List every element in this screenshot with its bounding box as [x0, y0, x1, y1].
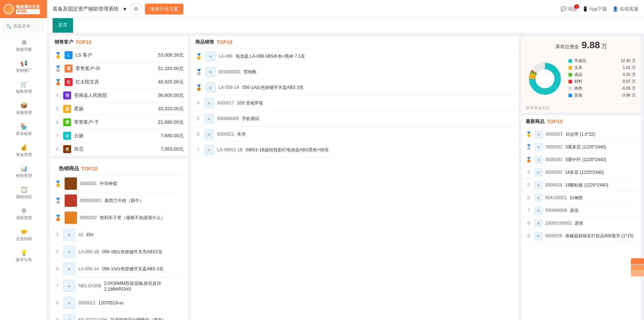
hot-product-code: LA-056-1B: [78, 249, 99, 254]
rank-medal-bronze: 🥉: [54, 79, 62, 86]
customer-list-item: 🥉 红 红太阳文具 40,925.00元: [50, 75, 188, 89]
customer-list-item: 🥇 L LS 客户 53,006.26元: [50, 49, 188, 62]
customer-list: 🥇 L LS 客户 53,006.26元 🥈 零 零售客户-许 51,183.0…: [50, 49, 188, 156]
customer-list-item: 8 肖 肖总 7,563.00元: [50, 143, 188, 156]
customer-list-item: 6 零 零售客户-于 21,680.00元: [50, 116, 188, 129]
service-community-button[interactable]: 服务社区: [631, 264, 644, 270]
sidebar-item-enterprise[interactable]: 🤝 企业协同: [0, 224, 47, 245]
customer-name: 苍南县人民医院: [74, 92, 155, 99]
new-product-item: 8 ▦ 10000100001 原坐: [521, 217, 641, 230]
customer-name: 肖总: [74, 146, 158, 152]
new-product-item: 4 ▦ 0000030 18多层 (1220*2440): [521, 166, 641, 179]
left-column: 销售客户 TOP10 🥇 L LS 客户 53,006.26元 🥈 零 零售客户…: [50, 36, 188, 320]
search-menu-button[interactable]: 🔍 搜索菜单: [3, 21, 44, 32]
hot-product-name: 中华神鹫: [100, 181, 184, 187]
operations-label: 经营管理: [16, 173, 32, 179]
sidebar-item-inventory[interactable]: 🏪 库存核算: [0, 119, 47, 140]
product-name: 10S 变相罗筱: [237, 100, 514, 106]
hot-product-image-placeholder: ▦: [63, 314, 76, 320]
rank-number: 7: [195, 147, 201, 152]
tab-home[interactable]: 首页: [53, 18, 73, 33]
hot-products-card: 热销商品 TOP10 🥇 0000001 中华神鹫 🥈 000500001 新西…: [50, 159, 188, 320]
product-placeholder-icon: ▦: [208, 102, 211, 105]
search-menu-section[interactable]: 🔍 搜索菜单: [0, 18, 47, 35]
new-product-code: 0000030: [545, 170, 562, 175]
sidebar-item-operations[interactable]: 📊 经营管理: [0, 161, 47, 182]
rank-medal-gold: 🥇: [54, 52, 62, 59]
inventory-card: 库存总资金 9.88 万: [521, 36, 641, 112]
rank-number: 4: [54, 232, 60, 237]
placeholder-icon: ▦: [537, 158, 540, 161]
new-product-code: 0000031: [546, 157, 563, 162]
hot-product-code: 0000001: [80, 181, 97, 186]
trial-button[interactable]: 体验行业方案: [145, 4, 183, 15]
sidebar-item-quick-nav[interactable]: ⊞ 快捷导航: [0, 35, 47, 56]
rank-number: 8: [54, 300, 60, 305]
marketing-label: 营销推广: [16, 68, 32, 73]
legend-item: 肉类 -0.05 万: [568, 86, 636, 91]
online-service-button[interactable]: 👤 在线客服: [612, 6, 639, 12]
app-download-button[interactable]: 📱 App下载: [582, 6, 607, 12]
product-name: 手机测试: [242, 116, 514, 122]
product-sales-item: 5 ▦ 000800005 手机测试: [191, 111, 518, 127]
sidebar-item-basics[interactable]: 📋 基础信息: [0, 182, 47, 203]
sidebar-item-marketing[interactable]: 📢 营销推广: [0, 56, 47, 77]
search-menu-label: 搜索菜单: [13, 23, 30, 29]
hot-product-image: [65, 212, 77, 224]
placeholder-icon: ▦: [537, 209, 540, 212]
rank-number: 6: [54, 266, 60, 271]
rank-number: 5: [526, 182, 531, 188]
messages-button[interactable]: 💬 消息 6: [561, 6, 577, 12]
hot-product-image-placeholder: ▦: [63, 246, 76, 258]
hot-product-image-placeholder: ▦: [63, 297, 76, 309]
settings-button[interactable]: ⚙: [131, 4, 141, 14]
product-placeholder-icon: ▦: [208, 133, 211, 136]
system-label: 系统管理: [16, 215, 32, 221]
finance-icon: 💰: [20, 144, 28, 151]
hot-product-code: 0000002: [80, 215, 97, 220]
product-image-placeholder: ▦: [204, 129, 214, 139]
product-placeholder-icon: ▦: [208, 117, 211, 120]
product-sales-list: 🥇 ▦ LA-089 电池盖 LA-089 ABS本色+黑种 7.1克 🥈 ▦ …: [191, 49, 518, 158]
sidebar-item-purchase[interactable]: 📦 采购管理: [0, 98, 47, 119]
sidebar-item-system[interactable]: ⚙ 系统管理: [0, 203, 47, 224]
rank-medal-gold: 🥇: [54, 180, 62, 187]
placeholder-icon: ▦: [68, 301, 71, 305]
hot-product-name: 花语萌俱温分腿睡袋（厚款）: [110, 317, 184, 320]
customer-service-button[interactable]: 客服热线: [631, 258, 644, 264]
customer-amount: 21,680.00元: [158, 119, 184, 126]
legend-value: 12.45 万: [620, 58, 636, 63]
new-product-code: 0000033: [546, 132, 563, 137]
hot-product-image-placeholder: ▦: [63, 280, 76, 292]
customer-name: 云扬: [74, 132, 158, 139]
legend-name: 肉类: [574, 86, 619, 91]
legend-color-swatch: [568, 66, 572, 70]
customer-amount: 51,183.00元: [158, 65, 184, 72]
app-edition: 标准版: [16, 9, 40, 14]
sidebar-item-finance[interactable]: 💰 资金管理: [0, 140, 47, 161]
new-product-image-placeholder: ▦: [534, 181, 542, 189]
rank-number: 8: [54, 147, 60, 152]
customer-badge: 零: [65, 65, 73, 73]
new-product-code: 0000032: [546, 144, 563, 149]
hot-product-code: KK-SD22110H: [78, 317, 107, 320]
customer-badge: 云: [63, 132, 71, 140]
new-products-title: 最新商品: [526, 118, 545, 125]
product-name: 雪地靴: [243, 69, 514, 75]
rank-medal-silver: 🥈: [195, 69, 203, 75]
sidebar-item-guide[interactable]: 💡 新手引导: [0, 245, 47, 266]
new-product-name: 原坐: [575, 220, 637, 226]
new-product-item: 🥈 ▦ 0000032 5厘多层 (1220*2440): [521, 141, 641, 153]
sidebar-item-sales[interactable]: 🛒 销售管理: [0, 77, 47, 98]
hot-product-image-placeholder: ▦: [63, 229, 76, 241]
hot-product-item: 🥇 0000001 中华神鹫: [54, 175, 184, 192]
mid-column: 商品销售 TOP10 🥇 ▦ LA-089 电池盖 LA-089 ABS本色+黑…: [191, 36, 518, 320]
new-product-item: 6 ▦ 004100001 白钢垫: [521, 192, 641, 204]
direct-service-button[interactable]: 直播: [631, 271, 644, 276]
rank-medal-bronze: 🥉: [54, 214, 62, 221]
legend-name: 材料: [574, 79, 621, 84]
hot-product-code: 000500001: [80, 198, 102, 203]
placeholder-icon: ▦: [537, 145, 540, 149]
legend-item: 文具 1.01 万: [568, 65, 636, 70]
enterprise-label: 企业协同: [16, 236, 32, 242]
